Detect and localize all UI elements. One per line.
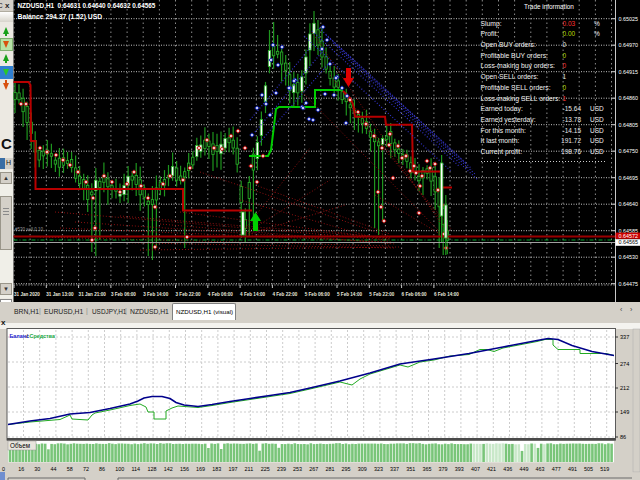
- svg-text:3 Feb 14:00: 3 Feb 14:00: [143, 292, 168, 297]
- svg-text:Open SELL orders:: Open SELL orders:: [481, 73, 539, 81]
- svg-text:NZDUSD,H1 0.64631 0.64640 0.6: NZDUSD,H1 0.64631 0.64640 0.64632 0.6456…: [18, 2, 156, 10]
- svg-text:#530 sell 0.10: #530 sell 0.10: [15, 227, 44, 232]
- svg-text:0: 0: [563, 41, 567, 48]
- svg-text:Loss-making buy orders:: Loss-making buy orders:: [481, 62, 556, 70]
- svg-text:0.64530: 0.64530: [619, 254, 639, 260]
- svg-text:31 Jan 2020: 31 Jan 2020: [14, 292, 40, 297]
- svg-text:407: 407: [471, 466, 480, 472]
- svg-text:267: 267: [309, 466, 318, 472]
- svg-text:5 Feb 22:00: 5 Feb 22:00: [369, 292, 394, 297]
- svg-text:149: 149: [620, 409, 629, 415]
- svg-text:0: 0: [2, 466, 5, 472]
- svg-text:114: 114: [131, 466, 140, 472]
- svg-text:0.64640: 0.64640: [619, 201, 639, 207]
- svg-text:Объем: Объем: [10, 442, 30, 449]
- svg-text:Profitable SELL orders:: Profitable SELL orders:: [481, 84, 551, 91]
- svg-text:225: 225: [261, 466, 270, 472]
- svg-text:86: 86: [620, 434, 626, 440]
- svg-text:309: 309: [358, 466, 367, 472]
- svg-text:31 Jan 13:00: 31 Jan 13:00: [46, 292, 74, 297]
- svg-text:1: 1: [563, 73, 567, 80]
- svg-text:0.03: 0.03: [563, 20, 576, 27]
- svg-text:323: 323: [374, 466, 383, 472]
- svg-text:Earned today:: Earned today:: [481, 105, 523, 113]
- svg-text:239: 239: [277, 466, 286, 472]
- svg-text:197: 197: [228, 466, 237, 472]
- svg-text:4 Feb 06:00: 4 Feb 06:00: [208, 292, 233, 297]
- svg-text:Current profit:: Current profit:: [481, 148, 523, 156]
- svg-text:142: 142: [164, 466, 173, 472]
- svg-text:191.72: 191.72: [561, 137, 581, 144]
- svg-text:0.64695: 0.64695: [619, 175, 639, 181]
- svg-text:Open BUY orders:: Open BUY orders:: [481, 41, 537, 49]
- svg-text:USD: USD: [590, 137, 604, 144]
- svg-text:0.64860: 0.64860: [619, 95, 639, 101]
- svg-text:0.64805: 0.64805: [619, 122, 639, 128]
- svg-text:421: 421: [487, 466, 496, 472]
- svg-text:6 Feb 06:00: 6 Feb 06:00: [402, 292, 427, 297]
- svg-text:0.00: 0.00: [563, 30, 576, 37]
- svg-text:1: 1: [563, 95, 567, 102]
- svg-text:0: 0: [563, 62, 567, 69]
- svg-text:30: 30: [34, 466, 40, 472]
- svg-text:44: 44: [51, 466, 57, 472]
- svg-text:393: 393: [455, 466, 464, 472]
- svg-text:0.65025: 0.65025: [619, 16, 639, 22]
- svg-text:463: 463: [536, 466, 545, 472]
- svg-text:72: 72: [83, 466, 89, 472]
- svg-text:3 Feb 22:00: 3 Feb 22:00: [176, 292, 201, 297]
- svg-text:0.64565: 0.64565: [619, 239, 639, 245]
- svg-text:4 Feb 22:00: 4 Feb 22:00: [272, 292, 297, 297]
- svg-text:281: 281: [325, 466, 334, 472]
- svg-text:-15.64: -15.64: [563, 105, 582, 112]
- svg-text:86: 86: [99, 466, 105, 472]
- svg-text:0.64970: 0.64970: [619, 42, 639, 48]
- svg-text:0.64750: 0.64750: [619, 148, 639, 154]
- svg-text:0: 0: [563, 84, 567, 91]
- svg-text:For this month:: For this month:: [481, 127, 526, 134]
- svg-text:-14.15: -14.15: [563, 127, 582, 134]
- svg-text:0.64475: 0.64475: [619, 281, 639, 287]
- svg-text:128: 128: [148, 466, 157, 472]
- svg-text:4 Feb 14:00: 4 Feb 14:00: [240, 292, 265, 297]
- svg-text:183: 183: [212, 466, 221, 472]
- svg-text:0: 0: [563, 52, 567, 59]
- svg-text:491: 491: [568, 466, 577, 472]
- svg-text:3 Feb 06:00: 3 Feb 06:00: [111, 292, 136, 297]
- svg-text:Profit:: Profit:: [481, 30, 499, 37]
- svg-text:16: 16: [18, 466, 24, 472]
- svg-text:USD: USD: [590, 148, 604, 155]
- svg-text:31 Jan 21:00: 31 Jan 21:00: [79, 292, 107, 297]
- svg-text:212: 212: [620, 385, 629, 391]
- svg-text:351: 351: [406, 466, 415, 472]
- svg-text:6 Feb 14:00: 6 Feb 14:00: [434, 292, 459, 297]
- svg-text:Earned yesterday:: Earned yesterday:: [481, 116, 536, 124]
- svg-text:379: 379: [439, 466, 448, 472]
- svg-text:Средства: Средства: [30, 333, 56, 339]
- svg-text:It last month:: It last month:: [481, 137, 520, 144]
- svg-text:211: 211: [245, 466, 254, 472]
- svg-text:USD: USD: [590, 127, 604, 134]
- svg-text:-13.78: -13.78: [563, 116, 582, 123]
- svg-text:Slump:: Slump:: [481, 20, 502, 28]
- svg-text:274: 274: [620, 361, 629, 367]
- svg-text:Profitable BUY orders:: Profitable BUY orders:: [481, 52, 549, 59]
- svg-text:365: 365: [422, 466, 431, 472]
- svg-text:Trade information: Trade information: [524, 3, 574, 10]
- svg-text:0.64915: 0.64915: [619, 69, 639, 75]
- svg-text:477: 477: [552, 466, 561, 472]
- svg-text:5 Feb 14:00: 5 Feb 14:00: [337, 292, 362, 297]
- svg-text:156: 156: [180, 466, 189, 472]
- svg-text:%: %: [594, 30, 600, 37]
- svg-text:519: 519: [600, 466, 609, 472]
- svg-text:337: 337: [620, 334, 629, 340]
- svg-text:5 Feb 06:00: 5 Feb 06:00: [305, 292, 330, 297]
- svg-text:58: 58: [67, 466, 73, 472]
- svg-text:198.76: 198.76: [561, 148, 581, 155]
- svg-text:100: 100: [115, 466, 124, 472]
- svg-text:0.64572: 0.64572: [619, 233, 639, 239]
- svg-text:%: %: [594, 20, 600, 27]
- svg-text:USD: USD: [590, 116, 604, 123]
- svg-text:USD: USD: [590, 105, 604, 112]
- svg-text:Balance 294.37 (1.52) USD: Balance 294.37 (1.52) USD: [18, 13, 103, 21]
